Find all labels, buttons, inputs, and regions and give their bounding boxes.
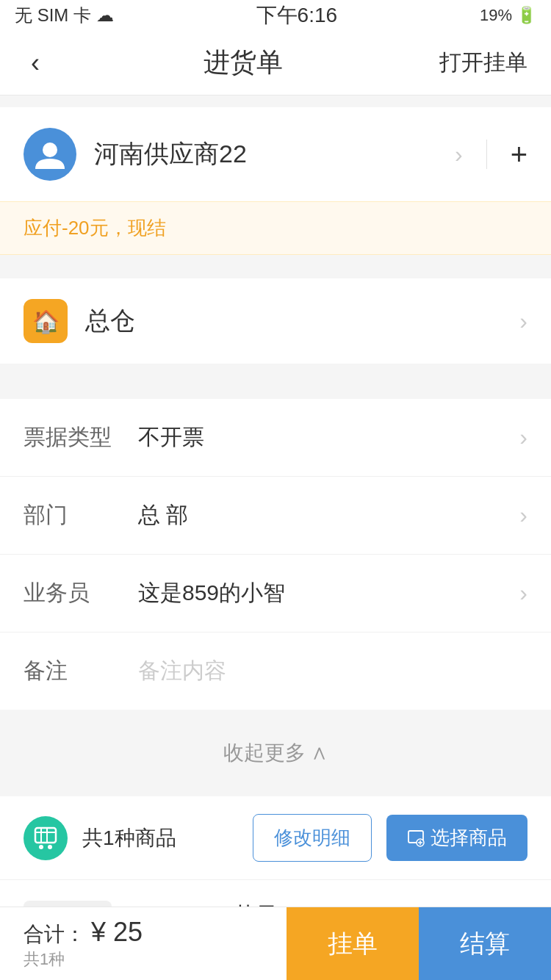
select-product-label: 选择商品 xyxy=(431,825,507,851)
remark-row[interactable]: 备注 备注内容 xyxy=(0,633,551,710)
total-area: 合计： ¥ 25 共1种 xyxy=(0,907,287,980)
collapse-label: 收起更多 ∧ xyxy=(223,739,328,767)
battery-label: 19% xyxy=(480,6,512,25)
chevron-right-icon: › xyxy=(519,424,527,451)
product-header: 共1种商品 修改明细 选择商品 xyxy=(0,796,551,880)
supplier-section: 河南供应商22 › + 应付-20元，现结 xyxy=(0,107,551,255)
chevron-right-icon: › xyxy=(519,580,527,607)
notice-bar: 应付-20元，现结 xyxy=(0,201,551,255)
cart-icon xyxy=(32,825,59,851)
add-icon[interactable]: + xyxy=(511,138,527,171)
svg-rect-1 xyxy=(35,828,56,843)
house-icon: 🏠 xyxy=(32,309,60,334)
dept-label: 部门 xyxy=(24,500,126,530)
battery-icon: 🔋 xyxy=(516,6,536,25)
form-section: 票据类型 不开票 › 部门 总 部 › 业务员 这是859的小智 › 备注 备注… xyxy=(0,399,551,710)
page-title: 进货单 xyxy=(204,45,283,81)
chevron-right-icon: › xyxy=(519,502,527,529)
invoice-value: 不开票 xyxy=(138,422,519,453)
remark-label: 备注 xyxy=(24,656,126,686)
total-amount: ¥ 25 xyxy=(91,917,143,948)
svg-point-0 xyxy=(43,143,57,157)
svg-point-2 xyxy=(39,845,43,849)
svg-point-3 xyxy=(48,845,52,849)
select-product-button[interactable]: 选择商品 xyxy=(386,815,527,861)
warehouse-section: 🏠 总仓 › xyxy=(0,278,551,364)
supplier-row[interactable]: 河南供应商22 › + xyxy=(0,107,551,201)
warehouse-name: 总仓 xyxy=(85,304,519,338)
bottom-bar: 合计： ¥ 25 共1种 挂单 结算 xyxy=(0,907,551,980)
product-icon-bg xyxy=(24,816,68,860)
supplier-name: 河南供应商22 xyxy=(94,137,455,171)
dept-row[interactable]: 部门 总 部 › xyxy=(0,477,551,555)
warehouse-row[interactable]: 🏠 总仓 › xyxy=(0,278,551,364)
total-count: 共1种 xyxy=(24,948,263,970)
separator-1 xyxy=(0,96,551,107)
remark-input[interactable]: 备注内容 xyxy=(138,656,527,686)
supplier-actions: › + xyxy=(455,138,527,171)
supplier-avatar xyxy=(24,128,76,181)
hang-button[interactable]: 挂单 xyxy=(287,907,419,980)
status-bar: 无 SIM 卡 ☁ 下午6:16 19% 🔋 xyxy=(0,0,551,31)
edit-detail-button[interactable]: 修改明细 xyxy=(253,814,372,862)
invoice-label: 票据类型 xyxy=(24,422,126,453)
nav-bar: ‹ 进货单 打开挂单 xyxy=(0,31,551,96)
status-right: 19% 🔋 xyxy=(480,6,536,25)
dept-value: 总 部 xyxy=(138,500,519,530)
chevron-right-icon: › xyxy=(455,141,463,168)
collapse-bar[interactable]: 收起更多 ∧ xyxy=(0,721,551,785)
separator-4 xyxy=(0,785,551,796)
status-time: 下午6:16 xyxy=(256,1,338,29)
notice-text: 应付-20元，现结 xyxy=(24,217,166,239)
sim-label: 无 SIM 卡 ☁ xyxy=(15,4,114,27)
total-label: 合计： xyxy=(24,920,85,948)
sales-row[interactable]: 业务员 这是859的小智 › xyxy=(0,555,551,633)
back-button[interactable]: ‹ xyxy=(24,40,47,86)
open-hang-button[interactable]: 打开挂单 xyxy=(439,48,527,78)
person-icon xyxy=(32,137,68,172)
sales-value: 这是859的小智 xyxy=(138,578,519,608)
sales-label: 业务员 xyxy=(24,578,126,608)
separator-3 xyxy=(0,375,551,387)
chevron-right-icon: › xyxy=(519,308,527,335)
status-left: 无 SIM 卡 ☁ xyxy=(15,4,114,27)
separator-2 xyxy=(0,255,551,267)
warehouse-icon-bg: 🏠 xyxy=(24,299,68,343)
checkout-button[interactable]: 结算 xyxy=(419,907,551,980)
invoice-row[interactable]: 票据类型 不开票 › xyxy=(0,399,551,477)
select-product-icon xyxy=(407,829,425,847)
product-count-label: 共1种商品 xyxy=(82,824,238,852)
divider xyxy=(486,140,487,169)
